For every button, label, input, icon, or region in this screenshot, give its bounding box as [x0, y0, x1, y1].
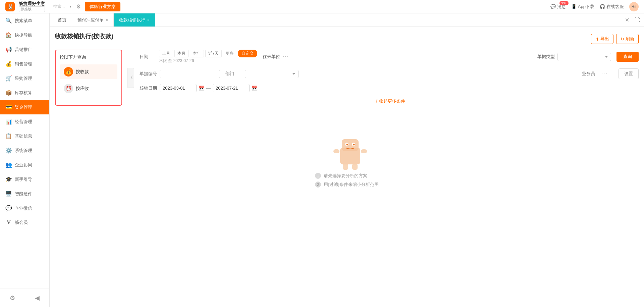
collapse-more-label: 收起更多条件 [379, 98, 405, 104]
sidebar-item-label: 销售管理 [15, 61, 32, 67]
solution-button[interactable]: 体验行业方案 [85, 2, 120, 11]
tab-receipt-close-icon[interactable]: × [147, 18, 150, 22]
page-title: 收款核销执行(按收款) [55, 32, 113, 40]
app-download-button[interactable]: 📱 App下载 [571, 4, 594, 10]
search-text: 搜索... [53, 4, 65, 9]
staff-field: 业务员 ··· 设置 [582, 68, 639, 79]
verify-date-start-input[interactable] [160, 84, 197, 92]
logo-icon: 🐰 [5, 2, 15, 11]
refresh-button[interactable]: ↻ 刷新 [616, 34, 639, 44]
topbar: 🐰 畅捷通好生意 标准版 搜索... ▼ ⚙ 体验行业方案 💬 消息 99+ 📱… [0, 0, 644, 13]
date-hint: 不限 至 2023-07-26 [159, 58, 257, 64]
receipt-option-label: 按收款 [76, 69, 89, 75]
topbar-search: 搜索... [53, 4, 65, 9]
empty-hint-1: 1 请先选择要分析的方案 [315, 173, 378, 179]
query-button[interactable]: 查询 [616, 52, 639, 62]
sidebar-item-collab[interactable]: 👥 企业协同 [0, 158, 49, 172]
doc-no-input[interactable] [160, 70, 220, 78]
empty-robot-svg [330, 133, 370, 173]
date-quick-buttons: 上月 本月 本年 近7天 更多 自定义 [159, 50, 257, 57]
sidebar-item-operations[interactable]: 📊 经营管理 [0, 114, 49, 129]
sidebar-item-sysadmin[interactable]: ⚙️ 系统管理 [0, 143, 49, 158]
filter-option-by-receivable[interactable]: ⏰ 按应收 [60, 81, 117, 96]
topbar-arrow-icon[interactable]: ▼ [69, 5, 72, 8]
empty-state-image [330, 133, 364, 166]
sysadmin-icon: ⚙️ [5, 147, 12, 154]
counterpart-doctype-row: 往来单位 ··· 单据类型 查询 [263, 52, 639, 62]
receivable-option-label: 按应收 [76, 86, 89, 92]
message-button[interactable]: 💬 消息 99+ [550, 4, 566, 10]
sidebar-item-label: 基础信息 [15, 133, 32, 139]
sidebar-item-member[interactable]: V 畅会员 [0, 215, 49, 229]
sidebar-item-label: 企业微信 [15, 205, 32, 211]
topbar-right: 💬 消息 99+ 📱 App下载 🎧 在线客服 Rit [550, 2, 639, 11]
sidebar-item-quicknav[interactable]: 🏠 快捷导航 [0, 28, 49, 42]
doc-type-select[interactable] [557, 53, 611, 61]
this-month-btn[interactable]: 本月 [174, 50, 189, 57]
sidebar-item-label: 搜索菜单 [15, 18, 32, 24]
counterpart-dots[interactable]: ··· [283, 54, 289, 60]
dept-select[interactable] [245, 70, 299, 78]
custom-btn[interactable]: 自定义 [238, 50, 257, 57]
verify-date-end-input[interactable] [213, 84, 250, 92]
collapse-more-row: 《 收起更多条件 [140, 97, 639, 106]
sidebar-item-search[interactable]: 🔍 搜索菜单 [0, 13, 49, 28]
settings-button[interactable]: 设置 [619, 68, 639, 79]
content-area: 首页 预付冲应付单 × 收款核销执行 × ✕ ⛶ 收款核销执行(按收款) [50, 13, 644, 307]
tab-receipt-verify[interactable]: 收款核销执行 × [114, 13, 155, 27]
tab-expand-icon[interactable]: ⛶ [633, 16, 641, 24]
sidebar-item-inventory[interactable]: 📦 库存核算 [0, 86, 49, 100]
more-btn[interactable]: 更多 [223, 50, 236, 57]
sidebar-settings-icon[interactable]: ⚙ [7, 292, 18, 304]
verify-date-end-calendar-icon[interactable]: 📅 [252, 86, 257, 91]
sidebar-item-label: 新手引导 [15, 176, 32, 183]
sales-icon: 💰 [5, 61, 12, 67]
sidebar-collapse-icon[interactable]: ◀ [32, 292, 42, 304]
hint-num-2: 2 [315, 182, 321, 188]
tab-prepay-close-icon[interactable]: × [106, 18, 108, 22]
collab-icon: 👥 [5, 162, 12, 168]
last-7-days-btn[interactable]: 近7天 [205, 50, 222, 57]
filter-collapse-button[interactable]: 《 [127, 68, 134, 88]
filter-option-by-receipt[interactable]: 💰 按收款 [60, 64, 117, 79]
service-icon: 🎧 [600, 4, 605, 9]
sidebar-item-finance[interactable]: 💳 资金管理 [0, 100, 49, 114]
collapse-more-button[interactable]: 《 收起更多条件 [373, 98, 405, 104]
tab-home[interactable]: 首页 [52, 13, 72, 27]
sidebar-item-sales[interactable]: 💰 销售管理 [0, 57, 49, 71]
export-button[interactable]: ⬆ 导出 [591, 34, 613, 44]
dept-field: 部门 [225, 70, 299, 78]
svg-rect-7 [361, 149, 367, 153]
svg-point-4 [346, 144, 348, 146]
tab-close-all-icon[interactable]: ✕ [624, 15, 631, 24]
sidebar-item-label: 智能硬件 [15, 191, 32, 197]
last-month-btn[interactable]: 上月 [159, 50, 173, 57]
sidebar-item-marketing[interactable]: 📢 营销推广 [0, 42, 49, 57]
sidebar-item-purchase[interactable]: 🛒 采购管理 [0, 71, 49, 86]
sidebar-item-hardware[interactable]: 🖥️ 智能硬件 [0, 187, 49, 201]
page-inner: 收款核销执行(按收款) ⬆ 导出 ↻ 刷新 [50, 27, 644, 307]
doc-type-field: 单据类型 查询 [537, 52, 639, 62]
collapse-more-arrow-icon: 《 [373, 98, 378, 104]
filter-area: 按以下方查询 💰 按收款 ⏰ 按应收 《 [55, 50, 639, 106]
guide-icon: 🎓 [5, 176, 12, 183]
date-field: 日期 上月 本月 本年 近7天 更多 自定义 [140, 50, 257, 64]
verify-date-start-calendar-icon[interactable]: 📅 [199, 86, 204, 91]
customer-service-button[interactable]: 🎧 在线客服 [600, 4, 624, 10]
topbar-divider [49, 3, 49, 10]
sidebar-item-guide[interactable]: 🎓 新手引导 [0, 172, 49, 187]
staff-dots[interactable]: ··· [601, 71, 608, 77]
receivable-option-icon: ⏰ [64, 84, 73, 93]
user-avatar[interactable]: Rit [629, 2, 639, 11]
receipt-option-icon: 💰 [64, 67, 73, 76]
this-year-btn[interactable]: 本年 [190, 50, 204, 57]
doc-no-field: 单据编号 [140, 70, 220, 78]
staff-label: 业务员 [582, 71, 599, 77]
svg-point-5 [353, 144, 355, 146]
sidebar-item-basicinfo[interactable]: 📋 基础信息 [0, 129, 49, 143]
tab-prepay[interactable]: 预付冲应付单 × [72, 13, 114, 27]
inventory-icon: 📦 [5, 90, 12, 96]
dept-staff-row: 部门 业务员 ··· 设置 [225, 68, 639, 79]
sidebar-item-weixin[interactable]: 💬 企业微信 [0, 201, 49, 215]
gear-icon[interactable]: ⚙ [76, 3, 81, 10]
